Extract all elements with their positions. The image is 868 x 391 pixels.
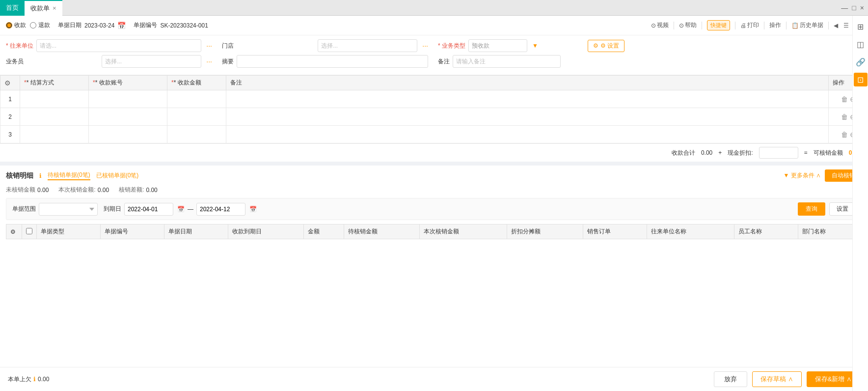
calendar-icon[interactable]: 📅 xyxy=(117,22,126,29)
history-btn[interactable]: 📋 历史单据 xyxy=(791,21,823,29)
save-draft-label: 保存草稿 ∧ xyxy=(760,375,793,384)
discount-label: 现金折扣: xyxy=(728,149,753,157)
video-label: 视频 xyxy=(657,21,669,29)
panel-icon-4[interactable]: ⊡ xyxy=(854,73,868,86)
reconcile-col-check[interactable] xyxy=(22,224,37,239)
refund-radio[interactable]: 退款 xyxy=(30,21,50,29)
date-from-input[interactable] xyxy=(124,203,173,216)
summary-input[interactable] xyxy=(237,55,428,68)
settle-input[interactable] xyxy=(20,108,88,125)
table-settings-icon[interactable]: ⚙ xyxy=(4,79,11,87)
col-remark-header: 备注 xyxy=(226,76,829,90)
reconcile-header: 核销明细 ℹ 待核销单据(0笔) 已核销单据(0笔) ▼ 更多条件 ∧ 自动核销 xyxy=(6,169,862,182)
select-all-check[interactable] xyxy=(26,228,32,234)
amount-cell[interactable] xyxy=(167,108,226,126)
panel-icon-3[interactable]: 🔗 xyxy=(854,55,868,69)
amount-input[interactable] xyxy=(167,90,226,108)
amount-cell[interactable] xyxy=(167,90,226,108)
help-btn[interactable]: ⊙ 帮助 xyxy=(679,21,697,29)
settle-cell[interactable] xyxy=(20,90,89,108)
date-to-input[interactable] xyxy=(196,203,245,216)
discard-btn[interactable]: 放弃 xyxy=(714,371,747,387)
save-draft-btn[interactable]: 保存草稿 ∧ xyxy=(752,371,802,387)
tab-close-icon[interactable]: × xyxy=(53,4,56,12)
pending-tab[interactable]: 待核销单据(0笔) xyxy=(48,171,90,180)
prev-icon[interactable]: ◀ xyxy=(834,22,842,29)
save-new-label: 保存&新增 ∧ xyxy=(815,375,852,384)
done-tab[interactable]: 已核销单据(0笔) xyxy=(96,171,139,180)
print-btn[interactable]: 🖨 打印 xyxy=(740,21,759,29)
settle-input[interactable] xyxy=(20,126,88,143)
delete-row-icon[interactable]: 🗑 xyxy=(841,113,848,121)
filter-settings-btn[interactable]: 设置 xyxy=(829,202,856,216)
store-more-icon[interactable]: ··· xyxy=(422,42,428,50)
remark-cell[interactable] xyxy=(226,108,829,126)
row-remark-input[interactable] xyxy=(226,108,828,125)
staff-input[interactable] xyxy=(102,55,201,68)
panel-icon-2[interactable]: ◫ xyxy=(854,37,868,51)
account-input[interactable] xyxy=(89,126,167,143)
close-window-icon[interactable]: × xyxy=(860,4,864,12)
cal-from-icon[interactable]: 📅 xyxy=(177,206,185,213)
reconcile-actions: ▼ 更多条件 ∧ 自动核销 xyxy=(783,169,862,182)
shortcut-btn[interactable]: 快捷键 xyxy=(707,20,730,30)
reconcile-col-gear[interactable]: ⚙ xyxy=(6,224,22,239)
print-label: 打印 xyxy=(747,21,759,29)
account-cell[interactable] xyxy=(89,108,167,126)
col-doc-type: 单据类型 xyxy=(37,224,101,239)
panel-icon-1[interactable]: ⊞ xyxy=(854,20,868,33)
customer-input[interactable] xyxy=(36,39,201,52)
business-type-dropdown[interactable]: ▼ xyxy=(532,42,538,49)
settle-cell[interactable] xyxy=(20,108,89,126)
account-input[interactable] xyxy=(89,108,167,125)
amount-cell[interactable] xyxy=(167,126,226,143)
col-due-date: 收款到期日 xyxy=(228,224,304,239)
cal-to-icon[interactable]: 📅 xyxy=(249,206,257,213)
settings-btn[interactable]: ⚙ ⚙ 设置 xyxy=(588,40,624,52)
number-value: SK-20230324-001 xyxy=(160,22,208,29)
remark-cell[interactable] xyxy=(226,90,829,108)
settle-input[interactable] xyxy=(20,90,88,108)
account-cell[interactable] xyxy=(89,90,167,108)
summary-label: 摘要 xyxy=(222,57,234,66)
amount-input[interactable] xyxy=(167,126,226,143)
reconcile-gear-icon[interactable]: ⚙ xyxy=(10,228,16,235)
diff-stat: 核销差额: 0.00 xyxy=(119,186,158,194)
row-remark-input[interactable] xyxy=(226,90,828,108)
remark-input[interactable] xyxy=(453,55,561,68)
list-view-icon[interactable]: ☰ xyxy=(843,22,852,29)
remark-cell[interactable] xyxy=(226,126,829,143)
divider1 xyxy=(674,22,674,29)
account-cell[interactable] xyxy=(89,126,167,143)
col-pending: 待核销金额 xyxy=(344,224,420,239)
account-input[interactable] xyxy=(89,90,167,108)
maximize-icon[interactable]: □ xyxy=(852,4,856,12)
tab-current[interactable]: 收款单 × xyxy=(25,0,62,16)
delete-row-icon[interactable]: 🗑 xyxy=(841,131,848,139)
reconcile-info-icon[interactable]: ℹ xyxy=(39,172,42,179)
col-gear[interactable]: ⚙ xyxy=(0,76,20,90)
unreconciled-stat: 未核销金额 0.00 xyxy=(6,186,49,194)
delete-row-icon[interactable]: 🗑 xyxy=(841,95,848,103)
discount-input[interactable] xyxy=(759,147,798,159)
business-type-input[interactable] xyxy=(468,39,527,52)
number-label: 单据编号 xyxy=(134,21,157,29)
more-conditions-btn[interactable]: ▼ 更多条件 ∧ xyxy=(783,171,821,180)
operation-btn[interactable]: 操作 xyxy=(769,21,781,29)
tab-home[interactable]: 首页 xyxy=(0,0,25,16)
amount-input[interactable] xyxy=(167,108,226,125)
carry-info-icon[interactable]: ℹ xyxy=(33,376,36,383)
minimize-icon[interactable]: — xyxy=(841,4,848,12)
unreconciled-value: 0.00 xyxy=(37,187,49,194)
remark-label: 备注 xyxy=(438,57,450,66)
col-amount: 金额 xyxy=(304,224,344,239)
staff-more-icon[interactable]: ··· xyxy=(206,57,212,65)
customer-more-icon[interactable]: ··· xyxy=(206,42,212,50)
settle-cell[interactable] xyxy=(20,126,89,143)
query-btn[interactable]: 查询 xyxy=(798,202,825,216)
row-remark-input[interactable] xyxy=(226,126,828,143)
store-input[interactable] xyxy=(318,39,417,52)
video-btn[interactable]: ⊙ 视频 xyxy=(651,21,669,29)
range-select[interactable] xyxy=(39,203,98,216)
receipt-radio[interactable]: 收款 xyxy=(6,21,26,29)
